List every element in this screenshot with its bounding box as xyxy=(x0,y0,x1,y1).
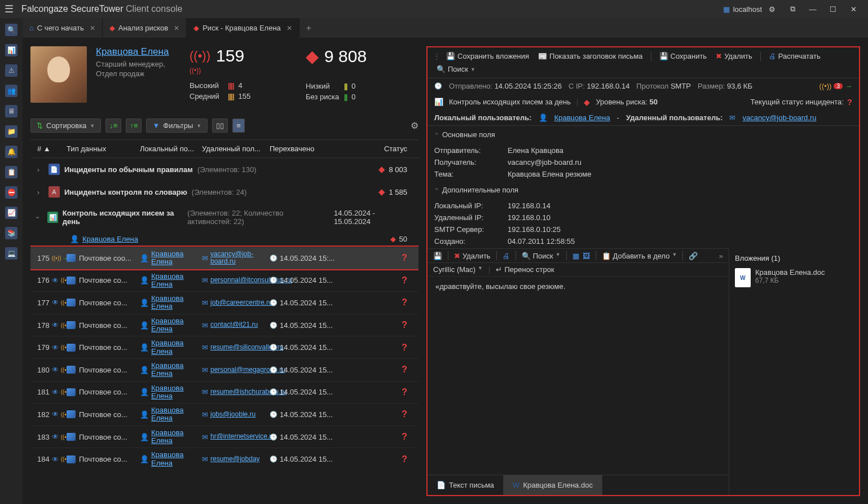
table-row[interactable]: 176👁((•))→Почтовое со...👤Кравцова Елена✉… xyxy=(30,269,418,292)
rail-icon-11[interactable]: 📚 xyxy=(5,227,17,239)
remote-user-link[interactable]: vacancy@job-board.ru xyxy=(742,113,816,122)
table-row[interactable]: 179👁((•))→Почтовое со...👤Кравцова Елена✉… xyxy=(30,336,418,358)
status-unknown-icon[interactable]: ? xyxy=(847,97,852,107)
table-row[interactable]: 184👁((•))→Почтовое со...👤Кравцова Елена✉… xyxy=(30,448,418,470)
remote-link[interactable]: vacancy@job-board.ru xyxy=(210,251,270,265)
row-status-icon[interactable]: ? xyxy=(337,432,416,442)
tab-risk-analysis[interactable]: ◆Анализ рисков✕ xyxy=(103,18,187,38)
local-user-link[interactable]: Кравцова Елена xyxy=(554,113,610,122)
rail-icon-5[interactable]: 🖥 xyxy=(5,105,17,117)
user-name-link[interactable]: Кравцова Елена xyxy=(96,46,180,58)
remote-link[interactable]: contact@it21.ru xyxy=(210,321,258,328)
rail-icon-7[interactable]: 🔔 xyxy=(5,146,17,158)
wrap-toggle[interactable]: ↵Перенос строк xyxy=(496,265,554,274)
search-body-button[interactable]: 🔍Поиск▼ xyxy=(522,252,561,260)
col-date[interactable]: Перехвачено xyxy=(270,144,337,153)
remote-link[interactable]: job@careercentre.ru xyxy=(210,299,272,306)
local-user-link[interactable]: Кравцова Елена xyxy=(151,317,202,334)
server-indicator[interactable]: ▦ localhost xyxy=(723,5,762,14)
minimize-icon[interactable]: — xyxy=(803,5,823,14)
link-icon[interactable]: 🔗 xyxy=(689,252,698,260)
tab-text[interactable]: 📄Текст письма xyxy=(428,475,504,495)
row-status-icon[interactable]: ? xyxy=(337,320,416,330)
table-row[interactable]: 175((•))→Почтовое соо...👤Кравцова Елена✉… xyxy=(30,247,418,269)
view-list-button[interactable]: ≡ xyxy=(232,119,245,133)
col-type[interactable]: Тип данных xyxy=(67,144,140,153)
rail-icon-6[interactable]: 📁 xyxy=(5,125,17,138)
expand-toolbar-icon[interactable]: » xyxy=(719,252,723,260)
expand-icon[interactable]: › xyxy=(33,165,44,174)
local-user-link[interactable]: Кравцова Елена xyxy=(151,429,202,445)
show-header-button[interactable]: 📰Показать заголовок письма xyxy=(535,51,646,62)
rail-icon-3[interactable]: ⚠ xyxy=(5,64,17,77)
delete-button[interactable]: ✖Удалить xyxy=(712,51,756,62)
rail-icon-1[interactable]: 🔍 xyxy=(5,24,17,36)
local-user-link[interactable]: Кравцова Елена xyxy=(151,250,202,266)
rail-icon-10[interactable]: 📈 xyxy=(5,207,17,219)
tab-close-icon[interactable]: ✕ xyxy=(287,24,292,32)
filters-button[interactable]: ▼Фильтры▼ xyxy=(146,119,208,133)
nav-icon[interactable]: ▦ xyxy=(572,252,579,260)
local-user-link[interactable]: Кравцова Елена xyxy=(151,451,202,467)
row-status-icon[interactable]: ? xyxy=(337,409,416,419)
expand-icon[interactable]: › xyxy=(34,212,42,222)
group-user-link[interactable]: Кравцова Елена xyxy=(82,235,138,243)
message-body[interactable]: «дравствуйте, высылаю свое резюме. xyxy=(428,277,729,475)
add-to-case-button[interactable]: 📋Добавить в дело▼ xyxy=(602,252,677,260)
table-row[interactable]: 180👁((•))→Почтовое со...👤Кравцова Елена✉… xyxy=(30,358,418,381)
remote-link[interactable]: hr@internetservice.ru xyxy=(210,433,275,440)
search-button[interactable]: 🔍Поиск▼ xyxy=(433,64,479,74)
row-status-icon[interactable]: ? xyxy=(337,343,416,353)
save-attachments-button[interactable]: 💾Сохранить вложения xyxy=(443,51,532,62)
section-toggle[interactable]: ⌃Дополнительные поля xyxy=(434,183,852,196)
tab-risk-user[interactable]: ◆Риск - Кравцова Елена✕ xyxy=(187,18,299,38)
local-user-link[interactable]: Кравцова Елена xyxy=(151,384,202,401)
sort-button[interactable]: ⇅Сортировка▼ xyxy=(30,119,101,133)
group-row[interactable]: › 📊 Контроль исходящих писем за день (Эл… xyxy=(30,203,418,231)
rail-icon-12[interactable]: 💻 xyxy=(5,247,17,260)
table-body[interactable]: › 📄 Инциденты по обычным правилам (Элеме… xyxy=(30,158,418,496)
col-remote[interactable]: Удаленный пол... xyxy=(202,144,270,153)
table-row[interactable]: 178👁((•))→Почтовое со...👤Кравцова Елена✉… xyxy=(30,314,418,336)
row-status-icon[interactable]: ? xyxy=(337,275,416,286)
expand-icon[interactable]: › xyxy=(33,188,44,196)
restore-icon[interactable]: ⧉ xyxy=(782,5,803,14)
table-row[interactable]: 177👁((•))→Почтовое со...👤Кравцова Елена✉… xyxy=(30,291,418,314)
image-icon[interactable]: 🖼 xyxy=(583,252,590,260)
col-local[interactable]: Локальный по... xyxy=(140,144,202,153)
print-button[interactable]: 🖨Распечатать xyxy=(765,51,824,62)
menu-icon[interactable]: ☰ xyxy=(5,3,18,15)
forward-icon[interactable]: → xyxy=(845,82,852,90)
encoding-dropdown[interactable]: Cyrillic (Mac)▼ xyxy=(433,265,483,274)
local-user-link[interactable]: Кравцова Елена xyxy=(151,362,202,378)
delete-body-button[interactable]: ✖Удалить xyxy=(454,252,491,260)
row-status-icon[interactable]: ? xyxy=(337,454,416,464)
tab-close-icon[interactable]: ✕ xyxy=(90,24,95,32)
save-button[interactable]: 💾Сохранить xyxy=(656,51,711,62)
local-user-link[interactable]: Кравцова Елена xyxy=(151,295,202,311)
table-row[interactable]: 183👁((•))→Почтовое со...👤Кравцова Елена✉… xyxy=(30,426,418,448)
local-user-link[interactable]: Кравцова Елена xyxy=(151,273,202,289)
gear-icon[interactable]: ⚙ xyxy=(411,120,418,131)
local-user-link[interactable]: Кравцова Елена xyxy=(151,339,202,356)
remote-link[interactable]: jobs@jooble.ru xyxy=(210,411,255,418)
attachment-item[interactable]: W Кравцова Елена.doc 67,7 КБ xyxy=(735,268,853,287)
table-row[interactable]: 182👁((•))→Почтовое со...👤Кравцова Елена✉… xyxy=(30,403,418,426)
tab-add-icon[interactable]: + xyxy=(299,23,318,33)
group-row[interactable]: › A Инциденты контроля по словарю (Элеме… xyxy=(30,181,418,203)
remote-link[interactable]: resume@jobday xyxy=(210,455,260,463)
rail-icon-4[interactable]: 👥 xyxy=(5,85,17,97)
col-status[interactable]: Статус xyxy=(337,144,416,153)
row-status-icon[interactable]: ? xyxy=(337,365,416,375)
section-toggle[interactable]: ⌃Основные поля xyxy=(434,128,852,141)
row-status-icon[interactable]: ? xyxy=(337,297,416,308)
col-num[interactable]: # ▲ xyxy=(33,144,67,153)
maximize-icon[interactable]: ☐ xyxy=(823,5,843,14)
sort-desc-button[interactable]: ↑≡ xyxy=(126,119,142,133)
tab-start[interactable]: ⌂С чего начать✕ xyxy=(23,18,103,38)
close-icon[interactable]: ✕ xyxy=(843,5,863,14)
rail-icon-9[interactable]: ⛔ xyxy=(5,186,17,199)
settings-icon[interactable]: ⚙ xyxy=(762,5,782,14)
local-user-link[interactable]: Кравцова Елена xyxy=(151,406,202,423)
rail-icon-8[interactable]: 📋 xyxy=(5,166,17,178)
